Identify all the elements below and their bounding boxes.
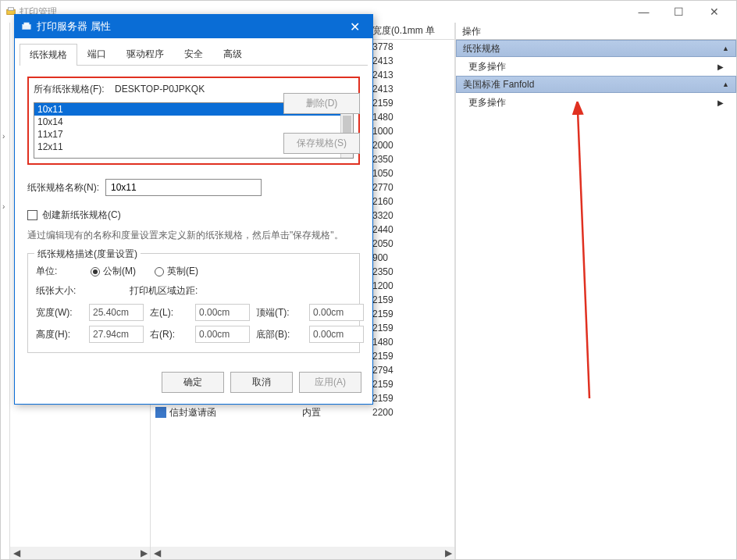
close-button[interactable]: ✕ (696, 1, 732, 23)
margin-label: 打印机区域边距: (130, 284, 198, 298)
submenu-icon: ▶ (717, 98, 724, 107)
col-width-header: 宽度(0.1mm 单 (369, 24, 440, 37)
measurements-group: 纸张规格描述(度量设置) 单位: 公制(M) 英制(E) 纸张大小: 打印机区域… (27, 253, 360, 353)
left-label: 左(L): (150, 306, 189, 319)
ok-button[interactable]: 确定 (162, 372, 224, 393)
form-name-input[interactable] (105, 179, 262, 196)
radio-dot-icon (91, 267, 100, 276)
width-value: 25.40cm (89, 304, 144, 321)
metric-label: 公制(M) (103, 265, 136, 278)
metric-radio[interactable]: 公制(M) (91, 265, 136, 278)
right-label: 右(R): (150, 328, 189, 341)
create-new-form-label: 创建新纸张规格(C) (42, 209, 121, 222)
delete-button[interactable]: 删除(D) (283, 93, 360, 114)
actions-header: 操作 (456, 23, 736, 40)
printer-icon (21, 21, 32, 32)
bottom-value: 0.00cm (309, 326, 364, 343)
tab-2[interactable]: 驱动程序 (116, 43, 174, 65)
dialog-titlebar[interactable]: 打印服务器 属性 ✕ (15, 15, 372, 38)
dialog-close-button[interactable]: ✕ (343, 20, 366, 34)
svg-rect-1 (9, 8, 14, 11)
scroll-right-icon[interactable]: ▶ (442, 548, 454, 558)
top-value: 0.00cm (309, 304, 364, 321)
tab-3[interactable]: 安全 (174, 43, 213, 65)
submenu-icon: ▶ (717, 62, 724, 71)
height-value: 27.94cm (89, 326, 144, 343)
dialog-tabs: 纸张规格端口驱动程序安全高级 (20, 43, 368, 66)
print-server-properties-dialog: 打印服务器 属性 ✕ 纸张规格端口驱动程序安全高级 所有纸张规格(F): DES… (14, 14, 373, 405)
help-text: 通过编辑现有的名称和度量设置来定义新的纸张规格，然后单击"保存规格"。 (27, 228, 360, 242)
tree-horizontal-scrollbar[interactable]: ◀ ▶ (10, 547, 150, 559)
bottom-label: 底部(B): (256, 328, 303, 341)
checkbox-box-icon (27, 210, 37, 220)
action-more-1[interactable]: 更多操作 ▶ (456, 57, 736, 76)
form-icon (155, 407, 166, 418)
left-strip: › › (1, 23, 10, 559)
apply-button[interactable]: 应用(A) (299, 372, 361, 393)
actions-panel: 操作 纸张规格 ▲ 更多操作 ▶ 美国标准 Fanfold ▲ 更多操作 ▶ (455, 23, 736, 559)
collapse-icon: ▲ (722, 80, 729, 88)
svg-rect-3 (23, 24, 31, 29)
imperial-label: 英制(E) (167, 265, 198, 278)
create-new-form-checkbox[interactable]: 创建新纸张规格(C) (27, 209, 360, 222)
cancel-button[interactable]: 取消 (230, 372, 293, 393)
action-section-label: 纸张规格 (463, 42, 500, 55)
expand-chevron-icon[interactable]: › (2, 202, 5, 211)
maximize-button[interactable]: ☐ (661, 1, 696, 23)
svg-rect-4 (24, 23, 30, 26)
save-form-button[interactable]: 保存规格(S) (283, 133, 360, 154)
action-section-fanfold[interactable]: 美国标准 Fanfold ▲ (456, 76, 736, 93)
server-name: DESKTOP-P0JPKQK (115, 84, 205, 95)
collapse-icon: ▲ (722, 45, 729, 52)
all-forms-label: 所有纸张规格(F): DESKTOP-P0JPKQK (34, 83, 205, 96)
left-value: 0.00cm (195, 304, 250, 321)
scroll-left-icon[interactable]: ◀ (151, 548, 163, 558)
action-more-2[interactable]: 更多操作 ▶ (456, 93, 736, 112)
dialog-title: 打印服务器 属性 (37, 20, 111, 34)
height-label: 高度(H): (36, 328, 83, 341)
expand-chevron-icon[interactable]: › (2, 132, 5, 141)
tab-1[interactable]: 端口 (77, 43, 116, 65)
right-value: 0.00cm (195, 326, 250, 343)
imperial-radio[interactable]: 英制(E) (155, 265, 198, 278)
width-label: 宽度(W): (36, 306, 83, 319)
radio-dot-icon (155, 267, 164, 276)
top-label: 顶端(T): (256, 306, 303, 319)
tab-0[interactable]: 纸张规格 (20, 44, 77, 66)
action-section-forms[interactable]: 纸张规格 ▲ (456, 40, 736, 57)
tab-4[interactable]: 高级 (213, 43, 252, 65)
minimize-button[interactable]: — (626, 1, 661, 23)
paper-size-label: 纸张大小: (36, 284, 130, 298)
scroll-right-icon[interactable]: ▶ (137, 548, 150, 558)
form-name-label: 纸张规格名称(N): (27, 181, 105, 194)
group-title: 纸张规格描述(度量设置) (34, 248, 141, 261)
action-section-label: 美国标准 Fanfold (463, 78, 534, 91)
action-item-label: 更多操作 (468, 60, 506, 73)
grid-horizontal-scrollbar[interactable]: ◀ ▶ (151, 547, 454, 559)
unit-label: 单位: (36, 265, 91, 278)
scroll-left-icon[interactable]: ◀ (10, 548, 23, 558)
action-item-label: 更多操作 (468, 96, 506, 109)
table-row[interactable]: 信封邀请函内置2200 (151, 405, 454, 419)
